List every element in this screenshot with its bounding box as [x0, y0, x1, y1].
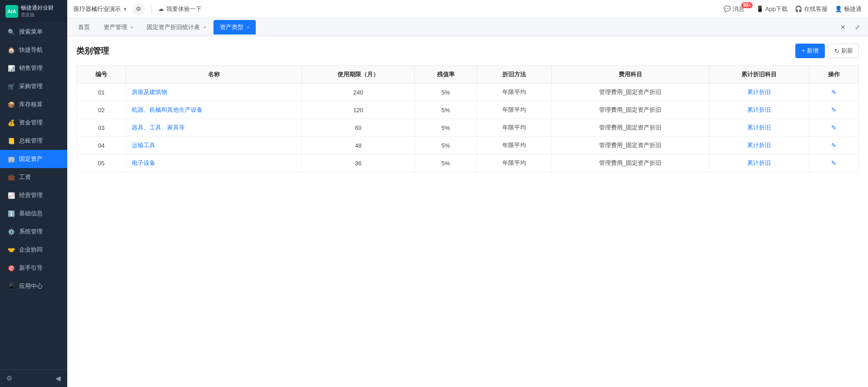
row-id: 01	[77, 84, 126, 101]
messages-badge: 99	[741, 2, 753, 8]
experience-text: 我要体验一下	[166, 5, 202, 13]
tab-home[interactable]: 首页	[72, 20, 96, 35]
basic-info-label: 基础信息	[19, 209, 43, 218]
table-header: 编号名称使用期限（月）残值率折旧方法费用科目累计折旧科目操作	[77, 66, 859, 84]
sidebar-item-purchase[interactable]: 🛒 采购管理	[0, 77, 67, 95]
sidebar-item-fixed-assets[interactable]: 🏢 固定资产	[0, 150, 67, 168]
app-download-button[interactable]: 📱 App下载	[756, 5, 788, 13]
cooperation-icon: 🤝	[7, 246, 15, 254]
new-button[interactable]: + 新增	[795, 44, 825, 58]
row-operation: ✎	[809, 84, 858, 101]
customer-service-button[interactable]: 🎧 在线客服	[795, 5, 828, 13]
sidebar-item-guide[interactable]: 🎯 新手引导	[0, 259, 67, 277]
fixed-assets-icon: 🏢	[7, 155, 15, 163]
row-accumulated: 累计折旧	[709, 119, 809, 137]
tab-asset-management[interactable]: 资产管理×	[97, 20, 139, 35]
capital-label: 资金管理	[19, 119, 43, 127]
row-expense: 管理费用_固定资产折旧	[551, 137, 709, 154]
user-button[interactable]: 👤 畅捷通	[835, 5, 862, 13]
row-id: 03	[77, 119, 126, 137]
collapse-icon[interactable]: ◀	[55, 374, 61, 382]
table-row: 04 运输工具 48 5% 年限平均 管理费用_固定资产折旧 累计折旧 ✎	[77, 137, 859, 154]
dropdown-icon: ▼	[123, 6, 128, 12]
tab-depreciation-report[interactable]: 固定资产折旧统计表×	[140, 20, 212, 35]
tab-close-asset-type[interactable]: ×	[247, 25, 249, 30]
row-id: 05	[77, 154, 126, 172]
edit-icon[interactable]: ✎	[831, 106, 837, 114]
row-period: 60	[302, 119, 415, 137]
module-selector[interactable]: 医疗器械行业演示 ▼	[74, 5, 128, 13]
sidebar-item-capital[interactable]: 💰 资金管理	[0, 114, 67, 132]
row-expense: 管理费用_固定资产折旧	[551, 84, 709, 101]
logo-sub: 普及版	[21, 12, 54, 18]
sidebar-item-operations[interactable]: 📈 经营管理	[0, 186, 67, 204]
sidebar-item-system[interactable]: ⚙️ 系统管理	[0, 223, 67, 241]
operations-icon: 📈	[7, 191, 15, 199]
topbar-settings-button[interactable]: ⚙	[132, 3, 145, 15]
sidebar: AtA 畅捷通好业财 普及版 🔍 搜索菜单 🏠 快捷导航 📊 销售管理 🛒 采购…	[0, 0, 67, 387]
edit-icon[interactable]: ✎	[831, 159, 837, 167]
tab-label-asset-type: 资产类型	[220, 23, 243, 31]
row-id: 04	[77, 137, 126, 154]
sidebar-item-app-center[interactable]: 📱 应用中心	[0, 277, 67, 295]
refresh-icon: ↻	[834, 48, 839, 55]
sidebar-item-inventory[interactable]: 📦 库存核算	[0, 95, 67, 114]
row-operation: ✎	[809, 137, 858, 154]
sidebar-item-search[interactable]: 🔍 搜索菜单	[0, 23, 67, 41]
row-period: 48	[302, 137, 415, 154]
main-content: 医疗器械行业演示 ▼ ⚙ ☁ 我要体验一下 💬 消息 99 📱 App下载 🎧 …	[67, 0, 868, 387]
edit-icon[interactable]: ✎	[831, 89, 837, 96]
app-center-label: 应用中心	[19, 282, 43, 290]
sidebar-item-quick-nav[interactable]: 🏠 快捷导航	[0, 41, 67, 59]
service-label: 在线客服	[804, 5, 828, 13]
row-name: 运输工具	[126, 137, 302, 154]
table-col-header: 编号	[77, 66, 126, 84]
tab-close-depreciation-report[interactable]: ×	[203, 25, 206, 30]
tab-close-asset-management[interactable]: ×	[130, 25, 133, 30]
row-operation: ✎	[809, 119, 858, 137]
row-expense: 管理费用_固定资产折旧	[551, 154, 709, 172]
logo-text-block: 畅捷通好业财 普及版	[21, 5, 54, 18]
row-operation: ✎	[809, 101, 858, 119]
sidebar-item-payroll[interactable]: 💼 工资	[0, 168, 67, 186]
row-residual: 5%	[415, 84, 477, 101]
row-method: 年限平均	[477, 101, 552, 119]
inventory-icon: 📦	[7, 100, 15, 109]
inventory-label: 库存核算	[19, 100, 43, 109]
search-icon: 🔍	[7, 28, 15, 36]
edit-icon[interactable]: ✎	[831, 124, 837, 131]
row-residual: 5%	[415, 154, 477, 172]
sidebar-item-basic-info[interactable]: ℹ️ 基础信息	[0, 204, 67, 223]
table-row: 03 器具、工具、家具等 60 5% 年限平均 管理费用_固定资产折旧 累计折旧…	[77, 119, 859, 137]
row-name: 机器、机械和其他生产设备	[126, 101, 302, 119]
sales-label: 销售管理	[19, 64, 43, 72]
table-row: 02 机器、机械和其他生产设备 120 5% 年限平均 管理费用_固定资产折旧 …	[77, 101, 859, 119]
messages-button[interactable]: 💬 消息 99	[724, 5, 749, 13]
ledger-label: 总账管理	[19, 137, 43, 145]
refresh-button[interactable]: ↻ 刷新	[828, 44, 859, 58]
quick-nav-icon: 🏠	[7, 46, 15, 54]
tab-asset-type[interactable]: 资产类型×	[213, 20, 256, 35]
row-accumulated: 累计折旧	[709, 137, 809, 154]
tab-label-asset-management: 资产管理	[104, 23, 127, 31]
row-expense: 管理费用_固定资产折旧	[551, 101, 709, 119]
sidebar-item-cooperation[interactable]: 🤝 企业协同	[0, 241, 67, 259]
expand-tab-button[interactable]: ⤢	[852, 21, 863, 33]
asset-type-table: 编号名称使用期限（月）残值率折旧方法费用科目累计折旧科目操作 01 房屋及建筑物…	[76, 65, 859, 172]
guide-label: 新手引导	[19, 264, 43, 272]
logo-name: 畅捷通好业财	[21, 5, 54, 12]
table-row: 05 电子设备 36 5% 年限平均 管理费用_固定资产折旧 累计折旧 ✎	[77, 154, 859, 172]
table-row: 01 房屋及建筑物 240 5% 年限平均 管理费用_固定资产折旧 累计折旧 ✎	[77, 84, 859, 101]
settings-icon[interactable]: ⚙	[6, 374, 12, 382]
row-residual: 5%	[415, 119, 477, 137]
experience-button[interactable]: ☁ 我要体验一下	[158, 5, 202, 13]
experience-icon: ☁	[158, 5, 164, 12]
edit-icon[interactable]: ✎	[831, 142, 837, 149]
sidebar-item-ledger[interactable]: 📒 总账管理	[0, 132, 67, 150]
sidebar-item-sales[interactable]: 📊 销售管理	[0, 59, 67, 77]
basic-info-icon: ℹ️	[7, 209, 15, 218]
close-tab-button[interactable]: ✕	[837, 21, 849, 33]
app-icon: 📱	[756, 5, 764, 12]
row-method: 年限平均	[477, 119, 552, 137]
row-method: 年限平均	[477, 84, 552, 101]
